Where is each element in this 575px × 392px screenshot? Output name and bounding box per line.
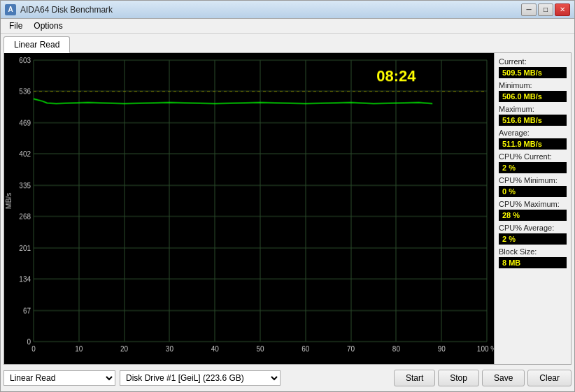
maximize-button[interactable]: □ [538,3,553,16]
maximum-value: 516.6 MB/s [499,115,567,126]
content-area: Linear Read Current: 509.5 MB/s Minimum: [1,34,574,391]
block-size-value: 8 MB [499,257,567,268]
app-icon: A [5,4,16,15]
close-button[interactable]: ✕ [555,3,570,16]
cpu-average-value: 2 % [499,233,567,245]
minimum-label: Minimum: [499,81,567,89]
clear-button[interactable]: Clear [527,370,572,386]
stat-maximum-group: Maximum: 516.6 MB/s [499,105,567,126]
stat-current-group: Current: 509.5 MB/s [499,57,567,78]
current-label: Current: [499,57,567,66]
menu-bar: File Options [1,19,574,34]
title-bar: A AIDA64 Disk Benchmark ─ □ ✕ [1,1,574,19]
menu-file[interactable]: File [3,20,28,32]
window-controls: ─ □ ✕ [521,3,570,16]
tab-area: Linear Read Current: 509.5 MB/s Minimum: [3,36,572,365]
current-value: 509.5 MB/s [499,67,567,78]
average-label: Average: [499,129,567,137]
action-buttons: Start Stop Save Clear [394,370,572,386]
stop-button[interactable]: Stop [438,370,479,386]
test-type-dropdown[interactable]: Linear Read [3,370,115,386]
menu-options[interactable]: Options [28,20,68,32]
start-button[interactable]: Start [394,370,435,386]
cpu-current-value: 2 % [499,162,567,173]
benchmark-chart [4,53,494,364]
save-button[interactable]: Save [482,370,525,386]
minimize-button[interactable]: ─ [521,3,537,16]
cpu-average-label: CPU% Average: [499,224,567,232]
stat-cpu-current-group: CPU% Current: 2 % [499,152,567,173]
cpu-current-label: CPU% Current: [499,152,567,161]
cpu-minimum-label: CPU% Minimum: [499,176,567,184]
chart-area [4,53,494,364]
cpu-maximum-label: CPU% Maximum: [499,200,567,208]
main-window: A AIDA64 Disk Benchmark ─ □ ✕ File Optio… [0,0,575,392]
main-panel: Current: 509.5 MB/s Minimum: 506.0 MB/s … [3,52,572,365]
minimum-value: 506.0 MB/s [499,91,567,102]
stat-block-size-group: Block Size: 8 MB [499,247,567,268]
stat-cpu-minimum-group: CPU% Minimum: 0 % [499,176,567,197]
stat-cpu-average-group: CPU% Average: 2 % [499,224,567,245]
average-value: 511.9 MB/s [499,138,567,150]
disk-dropdown[interactable]: Disk Drive #1 [GeiL] (223.6 GB) [120,370,281,386]
block-size-label: Block Size: [499,247,567,256]
bottom-controls: Linear Read Disk Drive #1 [GeiL] (223.6 … [3,368,572,389]
stats-panel: Current: 509.5 MB/s Minimum: 506.0 MB/s … [494,53,571,364]
maximum-label: Maximum: [499,105,567,113]
tab-header: Linear Read [3,36,572,53]
cpu-maximum-value: 28 % [499,210,567,221]
stat-average-group: Average: 511.9 MB/s [499,129,567,150]
stat-cpu-maximum-group: CPU% Maximum: 28 % [499,200,567,221]
window-title: AIDA64 Disk Benchmark [20,5,113,15]
tab-linear-read[interactable]: Linear Read [3,36,70,53]
stat-minimum-group: Minimum: 506.0 MB/s [499,81,567,102]
cpu-minimum-value: 0 % [499,186,567,197]
